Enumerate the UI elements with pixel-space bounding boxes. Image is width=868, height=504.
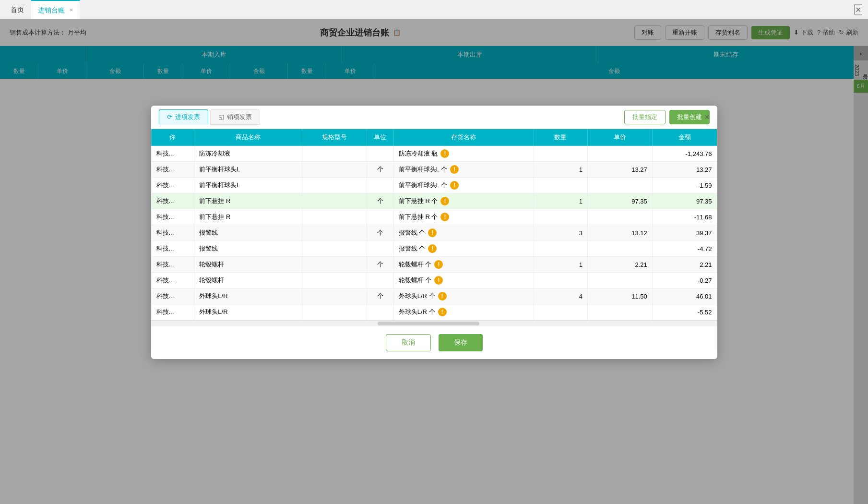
invoice-out-icon: ◱ bbox=[218, 113, 224, 120]
col-inventory-name: 存货名称 bbox=[393, 129, 534, 146]
cell-value bbox=[302, 146, 367, 162]
modal-dialog: ⟳ 进项发票 ◱ 销项发票 批量指定 批量创建 × 你 bbox=[151, 106, 717, 359]
cell-value: 前下悬挂 R bbox=[194, 193, 302, 209]
cell-value: 4 bbox=[534, 288, 587, 304]
inventory-name: 轮毂螺杆 个 bbox=[399, 276, 432, 285]
main-area: 销售成本计算方法： 月平均 商贸企业进销台账 📋 对账 重新开账 存货别名 生成… bbox=[0, 19, 868, 504]
cell-value: 科技... bbox=[151, 193, 194, 209]
cell-value: 科技... bbox=[151, 304, 194, 320]
cell-value: 2.21 bbox=[587, 257, 652, 273]
batch-assign-button[interactable]: 批量指定 bbox=[624, 110, 666, 124]
cell-value: 外球头L/R bbox=[194, 304, 302, 320]
cell-value bbox=[587, 241, 652, 257]
cell-value: 科技... bbox=[151, 273, 194, 288]
cell-value bbox=[534, 209, 587, 225]
cell-value bbox=[302, 257, 367, 273]
cell-value bbox=[302, 209, 367, 225]
modal-body: 你 商品名称 规格型号 单位 存货名称 数量 单价 金额 科技...防冻冷却液防… bbox=[151, 129, 717, 320]
cell-value: 科技... bbox=[151, 257, 194, 273]
tab-home[interactable]: 首页 bbox=[4, 0, 31, 19]
cell-value bbox=[534, 241, 587, 257]
cell-value: 科技... bbox=[151, 178, 194, 193]
cancel-button[interactable]: 取消 bbox=[386, 334, 431, 351]
cell-value bbox=[302, 225, 367, 241]
cell-value bbox=[534, 273, 587, 288]
batch-create-button[interactable]: 批量创建 bbox=[669, 110, 710, 124]
cell-value bbox=[587, 304, 652, 320]
cell-value bbox=[587, 273, 652, 288]
window-close-button[interactable]: ✕ bbox=[854, 4, 862, 15]
modal-table-body: 科技...防冻冷却液防冻冷却液 瓶!-1,243.76科技...前平衡杆球头L个… bbox=[151, 146, 717, 320]
tab-active[interactable]: 进销台账 × bbox=[31, 0, 80, 19]
invoice-in-icon: ⟳ bbox=[167, 113, 172, 120]
tab-close-icon[interactable]: × bbox=[70, 0, 73, 20]
cell-value bbox=[302, 288, 367, 304]
cell-value: 前平衡杆球头L bbox=[194, 162, 302, 178]
cell-value bbox=[587, 209, 652, 225]
cell-value bbox=[302, 193, 367, 209]
inventory-name: 外球头L/R 个 bbox=[399, 292, 435, 300]
save-button[interactable]: 保存 bbox=[439, 334, 483, 351]
warning-icon: ! bbox=[434, 276, 443, 285]
table-row: 科技...外球头L/R外球头L/R 个!-5.52 bbox=[151, 304, 717, 320]
cell-value bbox=[367, 304, 393, 320]
table-row: 科技...前下悬挂 R前下悬挂 R 个!-11.68 bbox=[151, 209, 717, 225]
cell-value: 46.01 bbox=[652, 288, 717, 304]
cell-value: -1.59 bbox=[652, 178, 717, 193]
horizontal-scrollbar[interactable] bbox=[151, 320, 717, 326]
cell-value: 前平衡杆球头L bbox=[194, 178, 302, 193]
cell-value: 1 bbox=[534, 162, 587, 178]
cell-value bbox=[367, 273, 393, 288]
cell-value bbox=[302, 162, 367, 178]
col-amount: 金额 bbox=[652, 129, 717, 146]
cell-value bbox=[587, 178, 652, 193]
cell-value: 个 bbox=[367, 193, 393, 209]
cell-value bbox=[302, 178, 367, 193]
cell-value: 39.37 bbox=[652, 225, 717, 241]
cell-value: -0.27 bbox=[652, 273, 717, 288]
invoice-table: 你 商品名称 规格型号 单位 存货名称 数量 单价 金额 科技...防冻冷却液防… bbox=[151, 129, 717, 320]
cell-value: 1 bbox=[534, 193, 587, 209]
cell-value: 11.50 bbox=[587, 288, 652, 304]
cell-value bbox=[367, 209, 393, 225]
cell-value: 个 bbox=[367, 288, 393, 304]
cell-value bbox=[302, 273, 367, 288]
col-quantity: 数量 bbox=[534, 129, 587, 146]
modal-close-button[interactable]: × bbox=[704, 112, 710, 122]
cell-value: 97.35 bbox=[652, 193, 717, 209]
cell-value: 报警线 bbox=[194, 241, 302, 257]
warning-icon: ! bbox=[440, 213, 449, 221]
cell-value bbox=[302, 241, 367, 257]
col-unit: 单位 bbox=[367, 129, 393, 146]
inventory-name: 报警线 个 bbox=[399, 228, 426, 237]
tab-invoice-in[interactable]: ⟳ 进项发票 bbox=[159, 109, 208, 125]
cell-value bbox=[302, 304, 367, 320]
col-company: 你 bbox=[151, 129, 194, 146]
cell-value: 科技... bbox=[151, 225, 194, 241]
warning-icon: ! bbox=[440, 149, 449, 158]
cell-value bbox=[534, 178, 587, 193]
tab-invoice-out[interactable]: ◱ 销项发票 bbox=[210, 109, 260, 125]
tab-bar: 首页 进销台账 × ✕ bbox=[0, 0, 868, 19]
table-row: 科技...报警线报警线 个!-4.72 bbox=[151, 241, 717, 257]
col-unit-price: 单价 bbox=[587, 129, 652, 146]
cell-value bbox=[367, 178, 393, 193]
modal-table-container[interactable]: 你 商品名称 规格型号 单位 存货名称 数量 单价 金额 科技...防冻冷却液防… bbox=[151, 129, 717, 320]
warning-icon: ! bbox=[450, 165, 459, 174]
modal-tabs: ⟳ 进项发票 ◱ 销项发票 bbox=[159, 109, 260, 125]
warning-icon: ! bbox=[428, 228, 437, 237]
cell-value: -1,243.76 bbox=[652, 146, 717, 162]
warning-icon: ! bbox=[438, 292, 447, 300]
table-row: 科技...防冻冷却液防冻冷却液 瓶!-1,243.76 bbox=[151, 146, 717, 162]
inventory-name: 前平衡杆球头L 个 bbox=[399, 165, 447, 174]
col-product-name: 商品名称 bbox=[194, 129, 302, 146]
cell-value bbox=[534, 146, 587, 162]
modal-header: ⟳ 进项发票 ◱ 销项发票 批量指定 批量创建 × bbox=[151, 106, 717, 129]
cell-value bbox=[367, 241, 393, 257]
table-row: 科技...前下悬挂 R个前下悬挂 R 个!197.3597.35 bbox=[151, 193, 717, 209]
table-row: 科技...轮毂螺杆轮毂螺杆 个!-0.27 bbox=[151, 273, 717, 288]
cell-value: 13.12 bbox=[587, 225, 652, 241]
cell-value: 科技... bbox=[151, 162, 194, 178]
cell-value: 报警线 bbox=[194, 225, 302, 241]
inventory-name: 前下悬挂 R 个 bbox=[399, 213, 438, 221]
